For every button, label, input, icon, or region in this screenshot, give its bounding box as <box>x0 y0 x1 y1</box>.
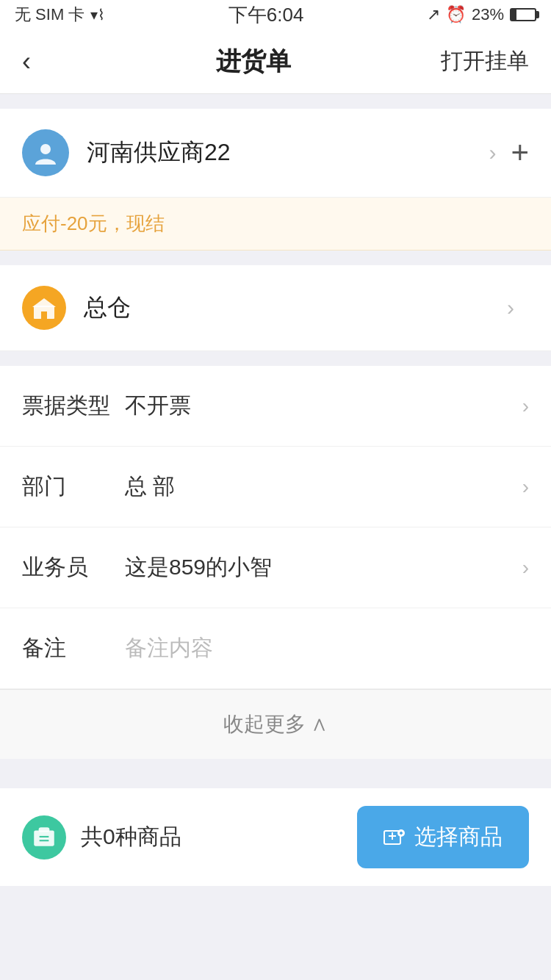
page-title: 进货单 <box>216 45 291 79</box>
department-chevron-icon: › <box>522 475 529 499</box>
salesperson-row[interactable]: 业务员 这是859的小智 › <box>0 527 551 608</box>
divider-1 <box>0 94 551 109</box>
collapse-button[interactable]: 收起更多 ∧ <box>0 689 551 759</box>
status-time: 下午6:04 <box>228 2 304 28</box>
notice-text: 应付-20元，现结 <box>22 212 165 234</box>
divider-3 <box>0 351 551 366</box>
form-card: 票据类型 不开票 › 部门 总 部 › 业务员 这是859的小智 › 备注 备注… <box>0 366 551 689</box>
salesperson-chevron-icon: › <box>522 556 529 580</box>
svg-point-0 <box>40 144 51 154</box>
svg-rect-5 <box>39 827 50 832</box>
salesperson-value: 这是859的小智 <box>125 552 522 583</box>
avatar <box>22 129 69 176</box>
product-icon <box>22 815 66 860</box>
alarm-icon: ⏰ <box>446 5 466 24</box>
battery-icon <box>510 8 536 21</box>
invoice-chevron-icon: › <box>522 394 529 418</box>
remark-row[interactable]: 备注 备注内容 <box>0 608 551 689</box>
supplier-card: 河南供应商22 › + 应付-20元，现结 <box>0 109 551 251</box>
department-label: 部门 <box>22 472 125 502</box>
add-supplier-button[interactable]: + <box>511 137 529 168</box>
select-product-button[interactable]: 选择商品 <box>357 806 529 868</box>
supplier-row[interactable]: 河南供应商22 › + <box>0 109 551 198</box>
notice-bar: 应付-20元，现结 <box>0 198 551 251</box>
warehouse-icon <box>22 286 66 330</box>
remark-label: 备注 <box>22 633 125 663</box>
product-count-text: 共0种商品 <box>81 822 181 852</box>
status-left: 无 SIM 卡 ▾⌇ <box>15 4 105 26</box>
department-row[interactable]: 部门 总 部 › <box>0 447 551 527</box>
invoice-type-row[interactable]: 票据类型 不开票 › <box>0 366 551 447</box>
department-value: 总 部 <box>125 472 522 502</box>
salesperson-label: 业务员 <box>22 552 125 583</box>
svg-rect-4 <box>34 830 54 846</box>
warehouse-chevron-icon: › <box>507 295 514 320</box>
warehouse-name: 总仓 <box>84 292 507 324</box>
open-pending-button[interactable]: 打开挂单 <box>441 46 529 76</box>
collapse-label: 收起更多 ∧ <box>223 710 328 738</box>
warehouse-row[interactable]: 总仓 › <box>0 265 551 351</box>
warehouse-card: 总仓 › <box>0 265 551 351</box>
divider-2 <box>0 251 551 265</box>
nav-bar: ‹ 进货单 打开挂单 <box>0 29 551 94</box>
product-count-area: 共0种商品 <box>22 815 181 860</box>
battery-percent: 23% <box>472 5 504 24</box>
svg-rect-3 <box>41 311 47 319</box>
wifi-icon: ▾⌇ <box>90 6 105 24</box>
remark-input[interactable]: 备注内容 <box>125 633 529 663</box>
divider-4 <box>0 759 551 774</box>
supplier-name: 河南供应商22 <box>87 137 489 169</box>
status-right: ↗ ⏰ 23% <box>427 5 536 24</box>
carrier-text: 无 SIM 卡 <box>15 4 84 26</box>
select-product-label: 选择商品 <box>414 822 503 852</box>
back-button[interactable]: ‹ <box>22 46 66 77</box>
status-bar: 无 SIM 卡 ▾⌇ 下午6:04 ↗ ⏰ 23% <box>0 0 551 29</box>
svg-marker-2 <box>32 298 56 307</box>
invoice-type-value: 不开票 <box>125 391 522 421</box>
location-icon: ↗ <box>427 5 440 24</box>
bottom-section: 共0种商品 选择商品 <box>0 788 551 886</box>
invoice-type-label: 票据类型 <box>22 391 125 421</box>
supplier-chevron-icon: › <box>489 140 496 165</box>
main-background <box>0 886 551 980</box>
